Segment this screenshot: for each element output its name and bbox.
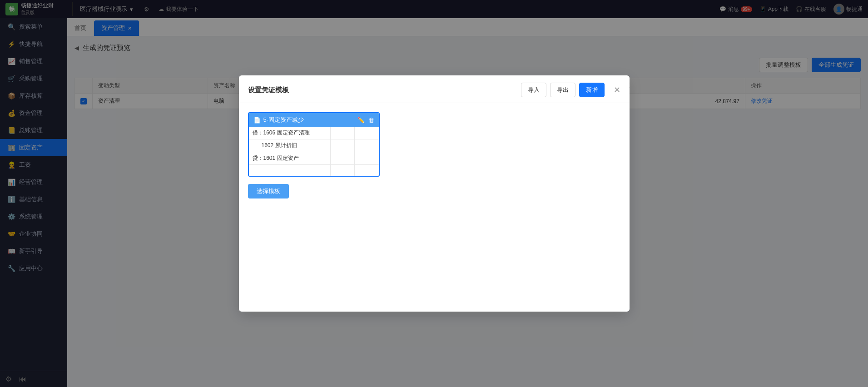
template-entry-row-2: 1602 累计折旧 (249, 139, 379, 152)
template-card-title-area: 📄 5-固定资产减少 (253, 116, 304, 124)
entry-type-2: 1602 累计折旧 (249, 139, 331, 152)
entry-credit-4 (355, 165, 379, 176)
template-card-body: 借：1606 固定资产清理 1602 累计折旧 贷：1601 固定资产 (249, 127, 379, 176)
template-entry-row-4 (249, 165, 379, 176)
entry-credit-3 (355, 152, 379, 164)
entry-debit-1 (331, 127, 355, 139)
entry-debit-4 (331, 165, 355, 176)
dialog-body: 📄 5-固定资产减少 ✏️ 🗑 借：1606 固定资产清理 (239, 103, 630, 312)
select-template-button[interactable]: 选择模板 (248, 184, 289, 198)
entry-type-1: 借：1606 固定资产清理 (249, 127, 331, 139)
entry-type-3: 贷：1601 固定资产 (249, 152, 331, 164)
new-template-button[interactable]: 新增 (579, 83, 605, 97)
modal-overlay[interactable]: 设置凭证模板 导入 导出 新增 ✕ 📄 5-固定资产减少 ✏️ � (0, 0, 868, 387)
template-card-actions: ✏️ 🗑 (357, 117, 374, 124)
dialog: 设置凭证模板 导入 导出 新增 ✕ 📄 5-固定资产减少 ✏️ � (239, 75, 630, 312)
template-card: 📄 5-固定资产减少 ✏️ 🗑 借：1606 固定资产清理 (248, 112, 380, 177)
template-card-name: 5-固定资产减少 (263, 116, 304, 124)
entry-debit-2 (331, 139, 355, 152)
template-edit-icon[interactable]: ✏️ (357, 117, 365, 124)
dialog-close-button[interactable]: ✕ (614, 85, 620, 95)
template-file-icon: 📄 (253, 117, 261, 124)
template-delete-icon[interactable]: 🗑 (368, 117, 374, 124)
export-button[interactable]: 导出 (550, 83, 575, 97)
dialog-header: 设置凭证模板 导入 导出 新增 ✕ (239, 75, 630, 103)
import-button[interactable]: 导入 (521, 83, 546, 97)
dialog-header-actions: 导入 导出 新增 ✕ (521, 83, 620, 97)
template-card-header: 📄 5-固定资产减少 ✏️ 🗑 (249, 113, 379, 127)
dialog-title: 设置凭证模板 (248, 86, 289, 94)
entry-credit-2 (355, 139, 379, 152)
template-entry-row-1: 借：1606 固定资产清理 (249, 127, 379, 139)
entry-credit-1 (355, 127, 379, 139)
entry-type-4 (249, 165, 331, 176)
entry-debit-3 (331, 152, 355, 164)
template-entry-row-3: 贷：1601 固定资产 (249, 152, 379, 165)
